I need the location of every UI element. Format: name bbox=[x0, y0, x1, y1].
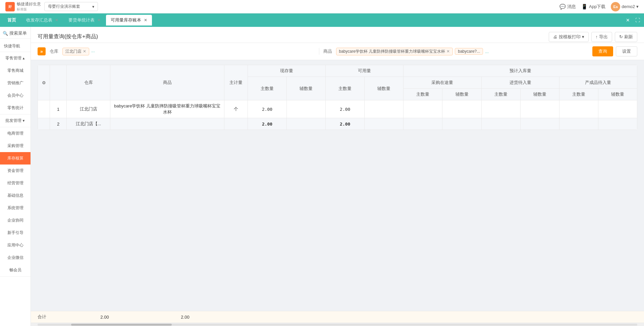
subtotal-product-main bbox=[559, 118, 598, 130]
col-inbound-main-header: 主数量 bbox=[481, 89, 520, 100]
refresh-button[interactable]: ↻ 刷新 bbox=[615, 32, 637, 42]
product-tag-1[interactable]: babycare学饮杯 儿童防摔防撞吸管杯重力球吸嘴杯宝宝水杯 ✕ bbox=[336, 48, 453, 55]
query-button[interactable]: 查询 bbox=[592, 46, 613, 56]
sidebar-item-system[interactable]: 系统管理 bbox=[0, 202, 31, 214]
col-inbound-header: 进货待入量 bbox=[481, 77, 559, 89]
tab-home[interactable]: 首页 bbox=[3, 15, 21, 26]
sidebar-item-wholesale[interactable]: 批发管理 ▼ bbox=[0, 114, 31, 127]
warehouse-tag[interactable]: 江北门店 ✕ bbox=[62, 48, 89, 55]
row-available-aux bbox=[365, 100, 404, 118]
setting-button[interactable]: 设置 bbox=[616, 46, 637, 56]
page-title: 可用量查询(按仓库+商品) bbox=[38, 33, 98, 40]
sidebar-item-member[interactable]: 会员中心 bbox=[0, 89, 31, 102]
export-button[interactable]: ↑ 导出 bbox=[591, 32, 612, 42]
col-product-main-header: 主数量 bbox=[559, 89, 598, 100]
tab-close-income-expense[interactable]: ✕ bbox=[55, 18, 58, 22]
subtotal-current-main: 2.00 bbox=[248, 118, 287, 130]
app-center-label: 应用中心 bbox=[7, 242, 23, 248]
subtotal-warehouse: 江北门店【... bbox=[67, 118, 110, 130]
col-current-header: 现存量 bbox=[248, 65, 326, 77]
row-available-main: 2.00 bbox=[326, 100, 365, 118]
content-area: 可用量查询(按仓库+商品) 🖨 按模板打印 ▾ ↑ 导出 ↻ 刷新 » bbox=[31, 27, 644, 326]
chat-icon: 💬 bbox=[559, 4, 566, 10]
row-current-aux bbox=[287, 100, 326, 118]
subtotal-unit bbox=[224, 118, 248, 130]
sidebar-item-new-guide[interactable]: 新手引导 bbox=[0, 227, 31, 239]
inventory-label: 库存核算 bbox=[7, 155, 23, 161]
col-inbound-aux-header: 辅数量 bbox=[520, 89, 559, 100]
col-forecast-header: 预计入库量 bbox=[404, 65, 637, 77]
col-settings[interactable]: ⚙ bbox=[38, 65, 50, 100]
logo-subtext: 标准版 bbox=[17, 7, 41, 12]
table-container: ⚙ 仓库 商品 主计量 现存量 可用量 预计入库量 主数量 辅数量 主数量 bbox=[31, 61, 644, 311]
sidebar-item-inventory[interactable]: 库存核算 bbox=[0, 152, 31, 165]
sidebar-item-retail-stats[interactable]: 零售统计 bbox=[0, 102, 31, 114]
product-filter-tags: babycare学饮杯 儿童防摔防撞吸管杯重力球吸嘴杯宝宝水杯 ✕ babyca… bbox=[336, 48, 589, 55]
product-tag-2[interactable]: babycare?... bbox=[455, 48, 483, 55]
print-button[interactable]: 🖨 按模板打印 ▾ bbox=[549, 32, 589, 42]
tab-expand-button[interactable]: ⛶ bbox=[634, 16, 641, 24]
sidebar-item-member2[interactable]: 畅会员 bbox=[0, 264, 31, 276]
user-menu[interactable]: Ea demo2 ▾ bbox=[611, 2, 639, 11]
tab-available-stock[interactable]: 可用量库存账本 ✕ bbox=[106, 15, 152, 26]
sidebar-item-enterprise[interactable]: 企业协同 bbox=[0, 214, 31, 227]
sidebar-item-ecommerce[interactable]: 电商管理 bbox=[0, 127, 31, 140]
row-inbound-aux bbox=[520, 100, 559, 118]
tab-close-all-button[interactable]: ✕ bbox=[625, 16, 631, 24]
sidebar-item-purchase[interactable]: 采购管理 bbox=[0, 140, 31, 152]
app-icon: 📱 bbox=[581, 4, 588, 10]
sidebar-item-wechat[interactable]: 企业微信 bbox=[0, 251, 31, 264]
sidebar-item-app-center[interactable]: 应用中心 bbox=[0, 239, 31, 251]
tab-available-stock-label: 可用量库存账本 bbox=[111, 17, 141, 23]
page-actions: 🖨 按模板打印 ▾ ↑ 导出 ↻ 刷新 bbox=[549, 32, 638, 42]
purchase-label: 采购管理 bbox=[7, 143, 23, 149]
tab-close-available-stock[interactable]: ✕ bbox=[144, 18, 147, 22]
top-bar: 好 畅捷通好生意 标准版 母婴行业演示账套 ▾ 💬 消息 📱 App下载 Ea … bbox=[0, 0, 644, 13]
product-tag-1-close-icon[interactable]: ✕ bbox=[446, 49, 450, 54]
scroll-track[interactable] bbox=[38, 324, 637, 326]
sidebar-item-basic-info[interactable]: 基础信息 bbox=[0, 189, 31, 202]
enterprise-label: 企业协同 bbox=[7, 218, 23, 223]
basic-info-label: 基础信息 bbox=[7, 193, 23, 198]
retail-mall-label: 零售商城 bbox=[7, 68, 23, 74]
sidebar-item-retail-mall[interactable]: 零售商城 bbox=[0, 64, 31, 77]
tab-bar-right: ✕ ⛶ bbox=[625, 16, 641, 24]
filter-expand-button[interactable]: » bbox=[38, 47, 46, 55]
sidebar-nav-label[interactable]: 快捷导航 bbox=[0, 41, 31, 50]
footer-label: 合计 bbox=[38, 314, 85, 320]
sidebar-item-retail-mgmt[interactable]: 零售管理 ▲ bbox=[0, 52, 31, 64]
warehouse-more-button[interactable]: ··· bbox=[91, 49, 95, 54]
row-idx: 1 bbox=[50, 100, 67, 118]
refresh-icon: ↻ bbox=[619, 34, 623, 39]
tab-order-stats[interactable]: 要货单统计表 ✕ bbox=[64, 15, 105, 26]
tab-income-expense[interactable]: 收发存汇总表 ✕ bbox=[21, 15, 63, 26]
tab-close-order-stats[interactable]: ✕ bbox=[97, 18, 101, 22]
sidebar-search[interactable]: 🔍 搜索菜单 bbox=[0, 27, 31, 39]
message-button[interactable]: 💬 消息 bbox=[559, 4, 576, 10]
app-download-button[interactable]: 📱 App下载 bbox=[581, 4, 605, 10]
product-more-button[interactable]: ... bbox=[485, 49, 489, 54]
table-footer: 合计 2.00 2.00 bbox=[31, 311, 644, 323]
sidebar-item-finance[interactable]: 资金管理 bbox=[0, 165, 31, 177]
warehouse-filter-tags: 江北门店 ✕ ··· bbox=[62, 48, 315, 55]
top-bar-left: 好 畅捷通好生意 标准版 母婴行业演示账套 ▾ bbox=[5, 1, 98, 12]
industry-selector[interactable]: 母婴行业演示账套 ▾ bbox=[44, 2, 98, 11]
new-guide-label: 新手引导 bbox=[7, 230, 23, 236]
subtotal-product-aux bbox=[598, 118, 637, 130]
subtotal-available-main: 2.00 bbox=[326, 118, 365, 130]
sidebar-item-operation[interactable]: 经营管理 bbox=[0, 177, 31, 189]
row-product: babycare学饮杯 儿童防摔防撞吸管杯重力球吸嘴杯宝宝水杯 bbox=[110, 100, 224, 118]
main-layout: 🔍 搜索菜单 快捷导航 零售管理 ▲ 零售商城 营销推广 会员中心 bbox=[0, 27, 644, 326]
sidebar-nav: 快捷导航 bbox=[0, 39, 31, 52]
export-label: 导出 bbox=[599, 34, 608, 40]
table-row: 1 江北门店 babycare学饮杯 儿童防摔防撞吸管杯重力球吸嘴杯宝宝水杯 个… bbox=[38, 100, 637, 118]
filter-divider bbox=[319, 48, 319, 55]
wholesale-arrow-icon: ▼ bbox=[22, 119, 25, 123]
scroll-thumb[interactable] bbox=[71, 324, 172, 326]
warehouse-filter-label: 仓库 bbox=[50, 48, 58, 54]
sidebar: 🔍 搜索菜单 快捷导航 零售管理 ▲ 零售商城 营销推广 会员中心 bbox=[0, 27, 31, 326]
sidebar-item-marketing[interactable]: 营销推广 bbox=[0, 77, 31, 89]
finance-label: 资金管理 bbox=[7, 168, 23, 174]
warehouse-tag-close-icon[interactable]: ✕ bbox=[83, 49, 86, 54]
retail-stats-label: 零售统计 bbox=[7, 105, 23, 111]
